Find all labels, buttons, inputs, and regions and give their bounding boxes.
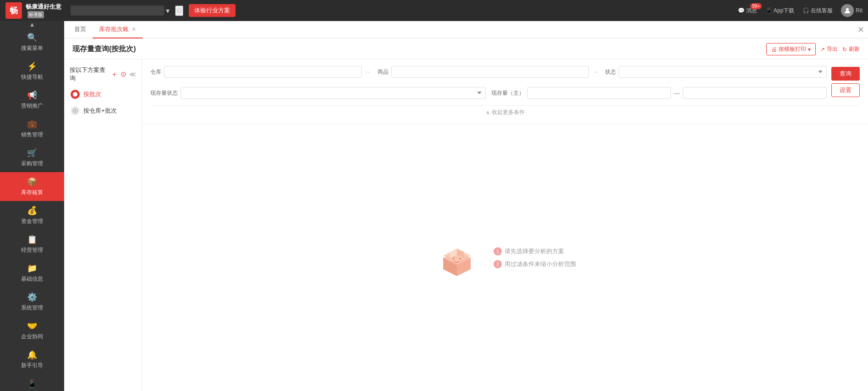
svg-point-10	[453, 258, 455, 260]
print-dropdown-icon: ▾	[808, 46, 811, 53]
company-name: 畅康通好生意	[26, 3, 61, 11]
topbar-service-btn[interactable]: 🎧 在线客服	[802, 7, 833, 15]
product-input[interactable]	[391, 66, 589, 78]
right-area: 仓库 ··· 商品 ··· 状态	[142, 60, 868, 391]
topbar: 畅 畅康通好生意 标准版 ▾ ⚙ 体验行业方案 💬 消息 99+ 📱 App下载…	[0, 0, 868, 21]
topbar-user[interactable]: Rit	[841, 4, 863, 17]
sidebar-item-system[interactable]: ⚙️ 系统管理	[0, 288, 64, 316]
tip-num-1: 1	[494, 247, 502, 255]
sidebar-item-purchase[interactable]: 🛒 采购管理	[0, 143, 64, 172]
sidebar-label-newguide: 新手引导	[21, 362, 43, 369]
tab-bar: 首页 库存批次账 ✕ ✕	[64, 21, 868, 38]
tab-close-all-btn[interactable]: ✕	[857, 25, 864, 35]
sidebar-item-newguide[interactable]: 🔔 新手引导	[0, 345, 64, 374]
svg-point-0	[846, 8, 849, 11]
filter-row-2: 现存量状态 现存量（主） —	[150, 87, 827, 99]
filter-row-1: 仓库 ··· 商品 ··· 状态	[150, 66, 827, 78]
schema-item-by-batch[interactable]: 按批次	[64, 86, 142, 103]
print-btn[interactable]: 🖨 按模板打印 ▾	[766, 43, 816, 55]
sidebar-item-quicknav[interactable]: ⚡ 快捷导航	[0, 57, 64, 86]
stock-status-select[interactable]	[181, 87, 486, 99]
filter-main: 按以下方案查询 ＋ ⊙ ≪ 按批次	[64, 60, 868, 391]
sidebar-label-inventory: 库存核算	[21, 189, 43, 196]
sales-icon: 💼	[27, 119, 37, 129]
schema-panel: 按以下方案查询 ＋ ⊙ ≪ 按批次	[64, 60, 142, 391]
sidebar-item-operations[interactable]: 📋 经营管理	[0, 230, 64, 259]
content-area: 首页 库存批次账 ✕ ✕ 现存量查询(按批次) 🖨 按模板打印 ▾ ↗ 导出	[64, 21, 868, 391]
topbar-msg-btn[interactable]: 💬 消息 99+	[738, 7, 757, 15]
sidebar-label-marketing: 营销推广	[21, 102, 43, 110]
export-btn[interactable]: ↗ 导出	[820, 45, 838, 53]
sidebar-item-cooperation[interactable]: 🤝 企业协同	[0, 316, 64, 345]
stock-qty-dash: —	[674, 89, 680, 97]
tab-home[interactable]: 首页	[68, 21, 93, 38]
refresh-btn[interactable]: ↻ 刷新	[842, 45, 860, 53]
stock-status-label: 现存量状态	[150, 89, 178, 97]
sidebar-item-finance[interactable]: 💰 资金管理	[0, 201, 64, 230]
sidebar-scroll-up[interactable]: ▲	[0, 21, 64, 28]
sidebar-label-purchase: 采购管理	[21, 160, 43, 168]
app-logo: 畅	[5, 2, 22, 19]
sidebar-item-search[interactable]: 🔍 搜索菜单	[0, 28, 64, 57]
schema-item-by-warehouse-batch[interactable]: 按仓库+批次	[64, 103, 142, 119]
sidebar: ▲ 🔍 搜索菜单 ⚡ 快捷导航 📢 营销推广 💼 销售管理 🛒 采购管理 📦 库…	[0, 21, 64, 391]
product-field: 商品 ···	[378, 66, 599, 78]
warehouse-label: 仓库	[150, 68, 161, 76]
page-header: 现存量查询(按批次) 🖨 按模板打印 ▾ ↗ 导出 ↻ 刷新	[64, 38, 868, 60]
schema-add-icon[interactable]: ＋	[111, 70, 118, 79]
stock-qty-max-input[interactable]	[683, 87, 827, 99]
sidebar-label-operations: 经营管理	[21, 246, 43, 254]
purchase-icon: 🛒	[27, 148, 37, 158]
status-label: 状态	[605, 68, 616, 76]
topbar-right: 💬 消息 99+ 📱 App下载 🎧 在线客服 Rit	[738, 4, 863, 17]
settings-btn[interactable]: 设置	[831, 83, 860, 97]
tab-close-btn[interactable]: ✕	[132, 26, 136, 33]
status-select[interactable]	[619, 66, 827, 78]
warehouse-input[interactable]	[164, 66, 362, 78]
stock-qty-label: 现存量（主）	[491, 89, 524, 97]
empty-inner: 1 请先选择要分析的方案 2 用过滤条件来缩小分析范围	[434, 235, 576, 281]
sidebar-item-basics[interactable]: 📁 基础信息	[0, 259, 64, 288]
cooperation-icon: 🤝	[27, 321, 37, 331]
topbar-search-area: ▾	[71, 5, 171, 16]
query-btn[interactable]: 查询	[831, 67, 860, 81]
sidebar-label-sales: 销售管理	[21, 131, 43, 139]
topbar-gear-btn[interactable]: ⚙	[175, 5, 183, 16]
service-icon: 🎧	[802, 7, 809, 14]
quicknav-icon: ⚡	[27, 61, 37, 71]
product-more-btn[interactable]: ···	[592, 69, 599, 75]
schema-item-label-by-warehouse-batch: 按仓库+批次	[83, 107, 117, 115]
schema-panel-title: 按以下方案查询	[70, 66, 111, 82]
warehouse-more-btn[interactable]: ···	[364, 69, 372, 75]
edition-badge: 标准版	[27, 11, 44, 18]
system-icon: ⚙️	[27, 292, 37, 302]
filter-collapse-btn[interactable]: ∧ 收起更多条件	[150, 105, 860, 119]
collapse-icon: ∧	[486, 109, 490, 116]
company-info: 畅康通好生意 标准版	[26, 3, 61, 18]
filter-bar: 仓库 ··· 商品 ··· 状态	[142, 60, 868, 124]
sidebar-item-marketing[interactable]: 📢 营销推广	[0, 86, 64, 114]
search-icon: 🔍	[27, 33, 37, 43]
schema-panel-header: 按以下方案查询 ＋ ⊙ ≪	[64, 64, 142, 86]
msg-badge: 99+	[750, 3, 762, 9]
sidebar-label-search: 搜索菜单	[21, 44, 43, 52]
stock-qty-min-input[interactable]	[527, 87, 671, 99]
topbar-dropdown-btn[interactable]: ▾	[164, 6, 171, 15]
sidebar-label-finance: 资金管理	[21, 217, 43, 225]
sidebar-label-basics: 基础信息	[21, 275, 43, 283]
empty-tips: 1 请先选择要分析的方案 2 用过滤条件来缩小分析范围	[494, 247, 576, 268]
sidebar-item-appcenter[interactable]: 📱 应用中心	[0, 374, 64, 391]
industry-btn[interactable]: 体验行业方案	[189, 4, 236, 17]
avatar	[841, 4, 854, 17]
inventory-icon: 📦	[27, 177, 37, 187]
topbar-search-input[interactable]	[71, 5, 164, 16]
schema-collapse-icon[interactable]: ≪	[129, 71, 136, 78]
sidebar-item-inventory[interactable]: 📦 库存核算	[0, 172, 64, 201]
topbar-app-btn[interactable]: 📱 App下载	[765, 7, 794, 15]
schema-settings-icon[interactable]: ⊙	[121, 70, 126, 78]
stock-status-field: 现存量状态	[150, 87, 486, 99]
product-label: 商品	[378, 68, 389, 76]
sidebar-item-sales[interactable]: 💼 销售管理	[0, 114, 64, 143]
tab-inventory-batch[interactable]: 库存批次账 ✕	[93, 21, 143, 38]
main-layout: ▲ 🔍 搜索菜单 ⚡ 快捷导航 📢 营销推广 💼 销售管理 🛒 采购管理 📦 库…	[0, 21, 868, 391]
